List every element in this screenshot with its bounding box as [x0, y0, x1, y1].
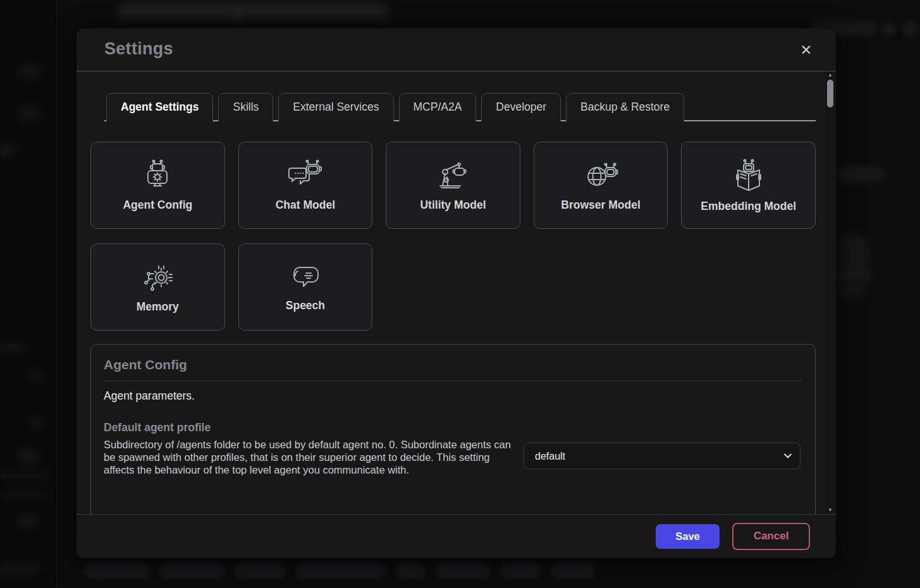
- tab-backup-restore[interactable]: Backup & Restore: [566, 93, 684, 121]
- settings-cards-grid: Agent Config Chat Model Utility Model Br…: [90, 142, 816, 331]
- modal-footer: Save Cancel: [77, 514, 836, 558]
- default-agent-profile-field: Default agent profile Subdirectory of /a…: [104, 421, 802, 476]
- tab-external-services[interactable]: External Services: [278, 93, 393, 121]
- close-icon[interactable]: ✕: [797, 41, 815, 59]
- save-button[interactable]: Save: [656, 524, 720, 549]
- tabs: Agent SettingsSkillsExternal ServicesMCP…: [106, 93, 816, 121]
- tab-skills[interactable]: Skills: [218, 93, 273, 121]
- card-browser-model[interactable]: Browser Model: [534, 142, 668, 229]
- tab-developer[interactable]: Developer: [481, 93, 561, 121]
- card-label: Memory: [137, 300, 179, 314]
- robot-globe-icon: [583, 159, 618, 192]
- modal-title: Settings: [104, 39, 173, 59]
- scrollbar-thumb[interactable]: [827, 80, 833, 107]
- robot-chat-icon: [288, 159, 323, 192]
- field-description: Subdirectory of /agents folder to be use…: [104, 438, 513, 476]
- card-embedding-model[interactable]: Embedding Model: [681, 142, 816, 229]
- field-label: Default agent profile: [104, 421, 802, 434]
- card-agent-config[interactable]: Agent Config: [90, 142, 225, 229]
- section-subtitle: Agent parameters.: [104, 389, 802, 403]
- scroll-up-icon[interactable]: ▲: [826, 71, 835, 79]
- card-label: Embedding Model: [701, 200, 796, 213]
- cancel-button[interactable]: Cancel: [732, 523, 810, 550]
- circuit-gear-icon: [140, 261, 175, 294]
- card-chat-model[interactable]: Chat Model: [238, 142, 373, 229]
- robot-arm-icon: [435, 159, 470, 192]
- robot-book-icon: [732, 158, 766, 193]
- speech-bubble-icon: [288, 262, 322, 293]
- card-speech[interactable]: Speech: [238, 243, 373, 331]
- modal-header: Settings ✕: [77, 28, 836, 71]
- tab-agent-settings[interactable]: Agent Settings: [106, 93, 213, 121]
- default-agent-profile-select[interactable]: default: [524, 443, 800, 469]
- section-title: Agent Config: [104, 357, 802, 381]
- scroll-down-icon[interactable]: ▼: [826, 506, 835, 514]
- card-label: Speech: [286, 299, 325, 312]
- card-label: Browser Model: [561, 199, 640, 212]
- agent-config-section: Agent Config Agent parameters. Default a…: [90, 344, 816, 514]
- card-memory[interactable]: Memory: [90, 243, 225, 331]
- modal-content: Agent SettingsSkillsExternal ServicesMCP…: [77, 71, 836, 514]
- card-label: Chat Model: [276, 199, 335, 212]
- dimmed-sidebar: [0, 0, 57, 588]
- settings-modal: Settings ✕ Agent SettingsSkillsExternal …: [77, 28, 836, 558]
- card-utility-model[interactable]: Utility Model: [386, 142, 520, 229]
- robot-gear-icon: [141, 159, 174, 192]
- card-label: Agent Config: [123, 199, 192, 212]
- card-label: Utility Model: [420, 199, 486, 212]
- tab-mcp-a2a[interactable]: MCP/A2A: [399, 93, 477, 121]
- modal-scrollbar[interactable]: ▲ ▼: [826, 71, 835, 514]
